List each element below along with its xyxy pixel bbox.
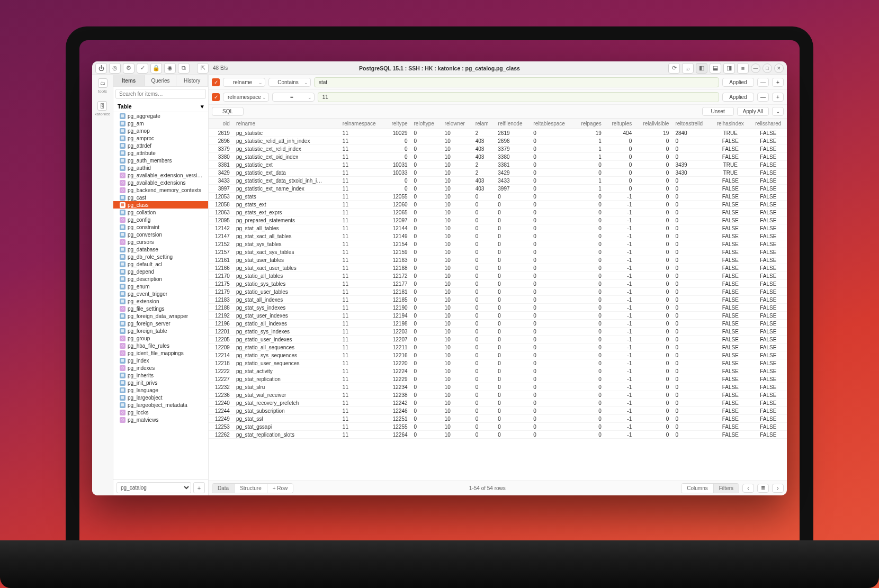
sidebar-item-pg_amop[interactable]: ▦pg_amop <box>113 127 208 134</box>
add-filter-button[interactable]: + <box>772 78 784 87</box>
sidebar-item-pg_default_acl[interactable]: ▦pg_default_acl <box>113 260 208 268</box>
filter-value-input[interactable] <box>314 77 719 87</box>
table-row[interactable]: 12205pg_statio_user_indexes1112207010000… <box>209 336 787 343</box>
sidebar-item-pg_db_role_setting[interactable]: ▦pg_db_role_setting <box>113 253 208 260</box>
table-row[interactable]: 3379pg_statistic_ext_relid_index11001040… <box>209 145 787 153</box>
column-header-relhasindex[interactable]: relhasindex <box>711 119 750 129</box>
table-row[interactable]: 12201pg_statio_sys_indexes11122030100000… <box>209 328 787 336</box>
sidebar-item-pg_class[interactable]: ▦pg_class <box>113 201 208 209</box>
sidebar-item-pg_hba_file_rules[interactable]: ◇pg_hba_file_rules <box>113 342 208 349</box>
prev-page-icon[interactable]: ‹ <box>742 484 754 493</box>
schema-selector[interactable]: pg_catalog <box>116 482 191 493</box>
sidebar-item-pg_conversion[interactable]: ▦pg_conversion <box>113 231 208 238</box>
sidebar-item-pg_foreign_table[interactable]: ▦pg_foreign_table <box>113 327 208 334</box>
table-row[interactable]: 12058pg_stats_ext11120600100000-100FALSE… <box>209 201 787 209</box>
add-schema-button[interactable]: + <box>193 482 205 493</box>
table-row[interactable]: 12166pg_stat_xact_user_tables11121680100… <box>209 264 787 272</box>
column-header-relnamespace[interactable]: relnamespace <box>339 119 385 129</box>
bottom-tab-structure[interactable]: Structure <box>235 484 267 493</box>
column-header-relpages[interactable]: relpages <box>574 119 605 129</box>
sidebar-item-pg_am[interactable]: ▦pg_am <box>113 120 208 127</box>
column-header-reltablespace[interactable]: reltablespace <box>530 119 573 129</box>
refresh-icon[interactable]: ⟳ <box>668 63 680 74</box>
export-icon[interactable]: ⇱ <box>197 63 209 74</box>
column-header-reltuples[interactable]: reltuples <box>605 119 635 129</box>
sidebar-search-input[interactable] <box>115 89 206 99</box>
sidebar-item-pg_extension[interactable]: ▦pg_extension <box>113 297 208 305</box>
column-header-oid[interactable]: oid <box>209 119 233 129</box>
bottom-right-tab-columns[interactable]: Columns <box>681 484 713 493</box>
sidebar-item-pg_file_settings[interactable]: ◇pg_file_settings <box>113 305 208 312</box>
table-row[interactable]: 12249pg_stat_ssl11122510100000-100FALSEF… <box>209 415 787 423</box>
table-row[interactable]: 12147pg_stat_xact_all_tables111214901000… <box>209 232 787 240</box>
remove-filter-button[interactable]: — <box>757 93 769 102</box>
sidebar-item-pg_ident_file_mappings[interactable]: ◇pg_ident_file_mappings <box>113 349 208 357</box>
rail-item-katonice[interactable]: 🗄katonice <box>95 101 111 116</box>
table-row[interactable]: 12262pg_stat_replication_slots1112264010… <box>209 431 787 439</box>
column-header-relam[interactable]: relam <box>472 119 495 129</box>
filter-op-select[interactable]: Contains <box>268 78 311 87</box>
copy-icon[interactable]: ⧉ <box>178 63 190 74</box>
layout-bottom-icon[interactable]: ⬓ <box>710 63 721 74</box>
table-row[interactable]: 12192pg_stat_user_indexes11121940100000-… <box>209 312 787 320</box>
table-row[interactable]: 12222pg_stat_activity11122240100000-100F… <box>209 367 787 375</box>
sidebar-tab-items[interactable]: Items <box>113 75 145 86</box>
table-row[interactable]: 12244pg_stat_subscription11122460100000-… <box>209 407 787 415</box>
sidebar-item-pg_attrdef[interactable]: ▦pg_attrdef <box>113 142 208 149</box>
sidebar-item-pg_locks[interactable]: ◇pg_locks <box>113 409 208 416</box>
next-page-icon[interactable]: › <box>772 484 784 493</box>
table-row[interactable]: 12142pg_stat_all_tables11121440100000-10… <box>209 224 787 232</box>
list-icon[interactable]: ≣ <box>757 484 769 493</box>
sidebar-item-pg_amproc[interactable]: ▦pg_amproc <box>113 134 208 142</box>
sidebar-item-pg_available_extensions[interactable]: ◇pg_available_extensions <box>113 179 208 186</box>
sidebar-item-pg_constraint[interactable]: ▦pg_constraint <box>113 223 208 231</box>
sidebar-item-pg_largeobject[interactable]: ▦pg_largeobject <box>113 394 208 401</box>
sidebar-item-pg_foreign_server[interactable]: ▦pg_foreign_server <box>113 320 208 327</box>
table-row[interactable]: 3429pg_statistic_ext_data111003301023429… <box>209 169 787 177</box>
table-row[interactable]: 12053pg_stats11120550100000-100FALSEFALS… <box>209 193 787 201</box>
gear-icon[interactable]: ⚙ <box>123 63 134 74</box>
filter-enabled-checkbox[interactable]: ✓ <box>212 78 220 86</box>
table-row[interactable]: 12253pg_stat_gssapi11122550100000-100FAL… <box>209 423 787 431</box>
table-row[interactable]: 2696pg_statistic_relid_att_inh_index1100… <box>209 137 787 145</box>
filter-value-input[interactable] <box>318 92 719 102</box>
table-row[interactable]: 12218pg_statio_user_sequences11122200100… <box>209 359 787 367</box>
table-row[interactable]: 12157pg_stat_xact_sys_tables111215901000… <box>209 248 787 256</box>
sidebar-item-pg_cursors[interactable]: ◇pg_cursors <box>113 238 208 246</box>
filter-field-select[interactable]: relnamespace <box>223 93 269 102</box>
sidebar-item-pg_aggregate[interactable]: ▦pg_aggregate <box>113 112 208 120</box>
sidebar-item-pg_attribute[interactable]: ▦pg_attribute <box>113 149 208 157</box>
sidebar-tab-queries[interactable]: Queries <box>145 75 177 86</box>
table-row[interactable]: 3433pg_statistic_ext_data_stxoid_inh_i…1… <box>209 177 787 185</box>
sidebar-item-pg_event_trigger[interactable]: ▦pg_event_trigger <box>113 290 208 297</box>
sidebar-tab-history[interactable]: History <box>176 75 208 86</box>
table-row[interactable]: 12161pg_stat_user_tables11121630100000-1… <box>209 256 787 264</box>
table-row[interactable]: 12179pg_statio_user_tables11121810100000… <box>209 288 787 296</box>
table-row[interactable]: 12236pg_stat_wal_receiver11122380100000-… <box>209 391 787 399</box>
table-row[interactable]: 3997pg_statistic_ext_name_index110010403… <box>209 185 787 193</box>
filter-status-button[interactable]: Applied <box>722 93 754 102</box>
table-row[interactable]: 2619pg_statistic111002901022619019404192… <box>209 129 787 137</box>
filter-status-button[interactable]: Applied <box>722 78 754 87</box>
sidebar-item-pg_description[interactable]: ▦pg_description <box>113 275 208 283</box>
close-icon[interactable]: ✕ <box>774 64 784 73</box>
sidebar-item-pg_matviews[interactable]: ◇pg_matviews <box>113 416 208 423</box>
sidebar-item-pg_foreign_data_wrapper[interactable]: ▦pg_foreign_data_wrapper <box>113 312 208 320</box>
lock-icon[interactable]: 🔒 <box>150 63 162 74</box>
column-header-relowner[interactable]: relowner <box>442 119 472 129</box>
sidebar-item-pg_auth_members[interactable]: ▦pg_auth_members <box>113 157 208 164</box>
rail-item-tools[interactable]: 🗂tools <box>98 78 107 94</box>
sidebar-item-pg_collation[interactable]: ▦pg_collation <box>113 209 208 216</box>
table-row[interactable]: 12240pg_stat_recovery_prefetch1112242010… <box>209 399 787 407</box>
table-row[interactable]: 12095pg_prepared_statements1112097010000… <box>209 216 787 224</box>
table-row[interactable]: 12063pg_stats_ext_exprs11120650100000-10… <box>209 209 787 216</box>
maximize-icon[interactable]: □ <box>763 64 772 73</box>
column-header-relname[interactable]: relname <box>233 119 339 129</box>
search-icon[interactable]: ⌕ <box>682 63 694 74</box>
sidebar-item-pg_language[interactable]: ▦pg_language <box>113 386 208 394</box>
menu-icon[interactable]: ≡ <box>737 63 749 74</box>
bottom-tab--row[interactable]: + Row <box>267 484 293 493</box>
filter-op-select[interactable]: = <box>272 93 315 102</box>
minimize-icon[interactable]: — <box>751 64 760 73</box>
apply-dropdown-icon[interactable]: ⌄ <box>772 107 784 116</box>
